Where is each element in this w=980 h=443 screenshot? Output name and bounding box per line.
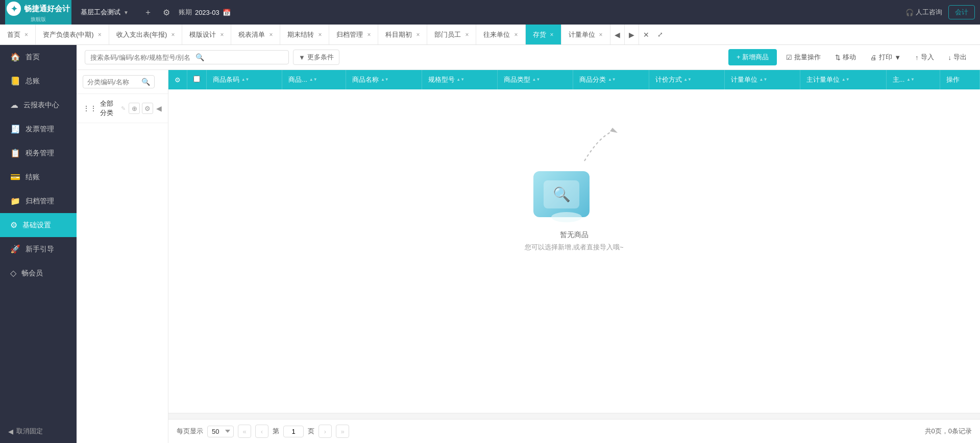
table-scroll-area[interactable]: ⚙ 商品条码 ▲▼ 商品... bbox=[168, 70, 980, 413]
col-category[interactable]: 商品分类 ▲▼ bbox=[573, 70, 649, 89]
tab-dept[interactable]: 部门员工 × bbox=[427, 25, 476, 45]
category-search-icon[interactable]: 🔍 bbox=[141, 78, 150, 86]
tab-assets-close-icon[interactable]: × bbox=[98, 31, 102, 38]
col-main-short[interactable]: 主... ▲▼ bbox=[886, 70, 940, 89]
tab-assets[interactable]: 资产负债表(中期) × bbox=[36, 25, 109, 45]
category-collapse-icon[interactable]: ◀ bbox=[156, 104, 162, 112]
tab-subject-close-icon[interactable]: × bbox=[416, 31, 420, 38]
prev-page-button[interactable]: ‹ bbox=[255, 425, 268, 438]
sort-main-short-icon[interactable]: ▲▼ bbox=[906, 78, 915, 82]
tab-contacts[interactable]: 往来单位 × bbox=[476, 25, 525, 45]
category-search-input[interactable] bbox=[87, 78, 138, 86]
sidebar-item-member[interactable]: ◇ 畅会员 bbox=[0, 261, 77, 285]
tab-template[interactable]: 模版设计 × bbox=[182, 25, 231, 45]
first-page-button[interactable]: « bbox=[238, 425, 251, 438]
category-add-icon[interactable]: ⊕ bbox=[129, 103, 140, 114]
category-settings-icon[interactable]: ⚙ bbox=[142, 103, 153, 114]
tab-period-close-close-icon[interactable]: × bbox=[318, 31, 322, 38]
tab-income[interactable]: 收入支出表(年报) × bbox=[109, 25, 183, 45]
tab-home-close-icon[interactable]: × bbox=[24, 31, 28, 38]
print-button[interactable]: 🖨 打印 ▼ bbox=[865, 50, 906, 64]
category-all-title[interactable]: 全部分类 ✎ bbox=[100, 99, 126, 118]
sidebar-item-checkout[interactable]: 💳 结账 bbox=[0, 165, 77, 189]
tab-archive-close-icon[interactable]: × bbox=[367, 31, 371, 38]
tab-income-close-icon[interactable]: × bbox=[171, 31, 175, 38]
tab-prev-button[interactable]: ◀ bbox=[610, 25, 625, 45]
export-button[interactable]: ↓ 导出 bbox=[943, 50, 972, 64]
col-main-unit[interactable]: 主计量单位 ▲▼ bbox=[800, 70, 886, 89]
add-product-button[interactable]: + 新增商品 bbox=[728, 49, 777, 65]
product-search-icon[interactable]: 🔍 bbox=[195, 53, 204, 61]
col-type[interactable]: 商品类型 ▲▼ bbox=[497, 70, 573, 89]
tab-contacts-close-icon[interactable]: × bbox=[514, 31, 518, 38]
page-input[interactable]: 1 bbox=[283, 426, 304, 437]
col-checkbox[interactable] bbox=[187, 70, 207, 89]
tab-tax[interactable]: 税表清单 × bbox=[231, 25, 280, 45]
sort-spec-icon[interactable]: ▲▼ bbox=[456, 78, 464, 82]
col-unit[interactable]: 计量单位 ▲▼ bbox=[724, 70, 800, 89]
col-spec[interactable]: 规格型号 ▲▼ bbox=[422, 70, 497, 89]
tab-inventory[interactable]: 存货 × bbox=[526, 25, 561, 45]
tab-expand-button[interactable]: ⤢ bbox=[653, 25, 668, 45]
tab-period-close[interactable]: 期末结转 × bbox=[280, 25, 329, 45]
product-search-input[interactable] bbox=[90, 54, 192, 61]
next-page-button[interactable]: › bbox=[318, 425, 332, 438]
sort-code-icon[interactable]: ▲▼ bbox=[309, 78, 317, 82]
tab-dept-close-icon[interactable]: × bbox=[465, 31, 469, 38]
col-barcode[interactable]: 商品条码 ▲▼ bbox=[207, 70, 282, 89]
per-page-select[interactable]: 20 50 100 bbox=[207, 426, 234, 437]
sidebar-item-ledger[interactable]: 📒 总账 bbox=[0, 69, 77, 93]
sidebar-item-archive[interactable]: 📁 归档管理 bbox=[0, 189, 77, 213]
import-button[interactable]: ↑ 导入 bbox=[910, 50, 939, 64]
tab-subject-label: 科目期初 bbox=[385, 30, 412, 39]
tab-inventory-close-icon[interactable]: × bbox=[550, 31, 554, 38]
sidebar-item-tax[interactable]: 📋 税务管理 bbox=[0, 141, 77, 165]
batch-button[interactable]: ☑ 批量操作 bbox=[781, 50, 826, 64]
select-all-checkbox[interactable] bbox=[193, 76, 200, 82]
tab-home[interactable]: 首页 × bbox=[0, 25, 36, 45]
tab-close-all-button[interactable]: ✕ bbox=[639, 25, 653, 45]
calendar-icon[interactable]: 📅 bbox=[223, 9, 231, 16]
tab-unit[interactable]: 计量单位 × bbox=[561, 25, 610, 45]
tab-tax-close-icon[interactable]: × bbox=[269, 31, 273, 38]
sort-category-icon[interactable]: ▲▼ bbox=[608, 78, 616, 82]
sort-name-icon[interactable]: ▲▼ bbox=[381, 78, 389, 82]
horizontal-scrollbar[interactable] bbox=[168, 413, 980, 419]
sidebar-item-guide[interactable]: 🚀 新手引导 bbox=[0, 237, 77, 261]
tab-template-close-icon[interactable]: × bbox=[220, 31, 224, 38]
sidebar-item-invoice[interactable]: 🧾 发票管理 bbox=[0, 117, 77, 141]
more-filter-button[interactable]: ▼ 更多条件 bbox=[293, 50, 339, 65]
sort-type-icon[interactable]: ▲▼ bbox=[532, 78, 541, 82]
sidebar-collapse-button[interactable]: ◀ 取消固定 bbox=[0, 419, 77, 443]
col-code[interactable]: 商品... ▲▼ bbox=[282, 70, 346, 89]
col-name[interactable]: 商品名称 ▲▼ bbox=[346, 70, 422, 89]
sidebar-item-home[interactable]: 🏠 首页 bbox=[0, 45, 77, 69]
category-edit-icon[interactable]: ✎ bbox=[121, 105, 126, 112]
workspace-selector[interactable]: 基层工会测试 ▼ bbox=[77, 8, 136, 17]
logo: ✦ 畅捷通好会计 旗舰版 bbox=[5, 0, 71, 25]
sort-price-icon[interactable]: ▲▼ bbox=[683, 78, 692, 82]
sort-barcode-icon[interactable]: ▲▼ bbox=[241, 78, 250, 82]
consult-button[interactable]: 🎧 人工咨询 bbox=[905, 8, 942, 17]
tab-unit-close-icon[interactable]: × bbox=[599, 31, 603, 38]
page-total: 共0页，0条记录 bbox=[925, 427, 972, 436]
tab-next-button[interactable]: ▶ bbox=[625, 25, 639, 45]
sidebar-item-settings[interactable]: ⚙ 基础设置 bbox=[0, 213, 77, 237]
col-category-label: 商品分类 bbox=[579, 76, 606, 83]
checkout-icon: 💳 bbox=[10, 172, 20, 182]
settings-icon[interactable]: ⚙ bbox=[159, 5, 174, 19]
last-page-button[interactable]: » bbox=[336, 425, 349, 438]
add-tab-button[interactable]: ＋ bbox=[141, 5, 155, 19]
tab-subject[interactable]: 科目期初 × bbox=[378, 25, 427, 45]
sort-unit-icon[interactable]: ▲▼ bbox=[760, 78, 768, 82]
sort-main-unit-icon[interactable]: ▲▼ bbox=[842, 78, 850, 82]
workspace-label: 基层工会测试 bbox=[81, 8, 120, 17]
tab-archive[interactable]: 归档管理 × bbox=[329, 25, 378, 45]
col-price-method[interactable]: 计价方式 ▲▼ bbox=[649, 70, 724, 89]
move-button[interactable]: ⇅ 移动 bbox=[830, 50, 861, 64]
col-settings[interactable]: ⚙ bbox=[168, 70, 187, 89]
sidebar-item-cloud-report[interactable]: ☁ 云报表中心 bbox=[0, 93, 77, 117]
collapse-arrow-icon: ◀ bbox=[8, 428, 13, 435]
account-button[interactable]: 会计 bbox=[948, 5, 975, 19]
table-gear-icon[interactable]: ⚙ bbox=[175, 76, 181, 84]
